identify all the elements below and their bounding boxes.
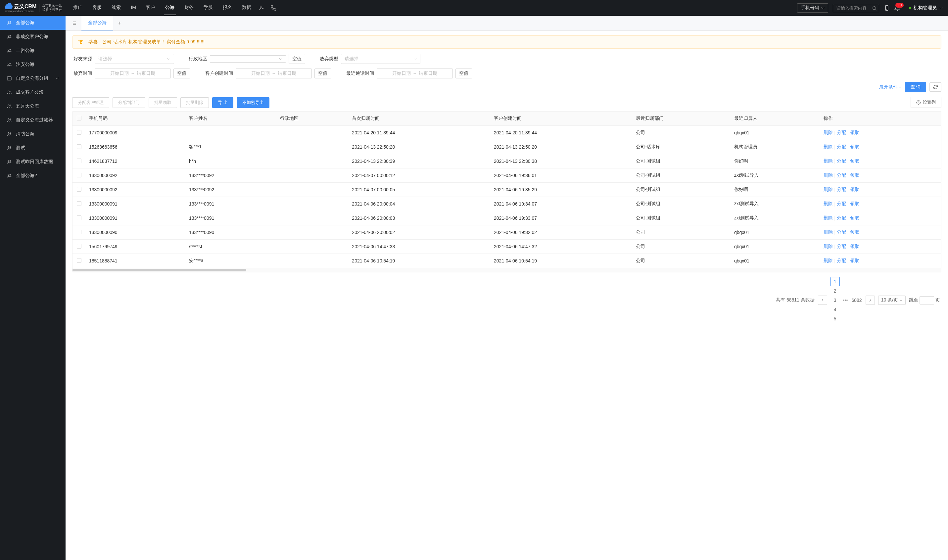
sidebar-item[interactable]: 全部公海2 <box>0 169 66 183</box>
row-delete-link[interactable]: 删除 <box>823 229 833 235</box>
select-region[interactable] <box>210 55 286 63</box>
row-checkbox[interactable] <box>77 158 82 163</box>
tab-list-icon[interactable] <box>69 17 80 29</box>
sidebar-item[interactable]: 测试昨日回库数据 <box>0 155 66 169</box>
page-next[interactable] <box>866 295 875 305</box>
user-menu[interactable]: 机构管理员 <box>905 5 943 11</box>
page-number[interactable]: 3 <box>831 295 840 305</box>
create-time-empty-button[interactable]: 空值 <box>314 69 331 78</box>
phone-icon[interactable] <box>271 5 276 11</box>
select-abandon-type[interactable]: 请选择 <box>341 54 420 64</box>
page-size-select[interactable]: 10 条/页 <box>878 295 906 305</box>
row-checkbox[interactable] <box>77 173 82 177</box>
top-nav-item[interactable]: 客服 <box>91 1 103 15</box>
row-delete-link[interactable]: 删除 <box>823 201 833 207</box>
row-assign-link[interactable]: 分配 <box>837 215 846 221</box>
row-assign-link[interactable]: 分配 <box>837 258 846 264</box>
page-number[interactable]: 4 <box>831 305 840 314</box>
row-delete-link[interactable]: 删除 <box>823 187 833 192</box>
row-assign-link[interactable]: 分配 <box>837 158 846 164</box>
call-time-empty-button[interactable]: 空值 <box>456 69 472 78</box>
region-empty-button[interactable]: 空值 <box>289 54 305 64</box>
sidebar-item[interactable]: 非成交客户公海 <box>0 30 66 44</box>
row-claim-link[interactable]: 领取 <box>850 201 859 207</box>
row-assign-link[interactable]: 分配 <box>837 144 846 150</box>
scrollbar-thumb[interactable] <box>72 269 246 271</box>
page-prev[interactable] <box>818 295 827 305</box>
row-claim-link[interactable]: 领取 <box>850 172 859 178</box>
date-range-call[interactable]: 开始日期~结束日期 <box>377 69 453 78</box>
refresh-button[interactable] <box>930 82 941 92</box>
export-button[interactable]: 导 出 <box>212 97 233 108</box>
abandon-time-empty-button[interactable]: 空值 <box>174 69 190 78</box>
row-claim-link[interactable]: 领取 <box>850 258 859 264</box>
assign-manager-button[interactable]: 分配客户经理 <box>72 97 109 108</box>
select-all-checkbox[interactable] <box>77 116 82 120</box>
page-ellipsis[interactable]: ••• <box>843 297 848 303</box>
sidebar-item[interactable]: 注安公海 <box>0 58 66 71</box>
row-delete-link[interactable]: 删除 <box>823 215 833 221</box>
query-button[interactable]: 查 询 <box>905 82 926 92</box>
row-claim-link[interactable]: 领取 <box>850 244 859 249</box>
batch-claim-button[interactable]: 批量领取 <box>149 97 177 108</box>
page-number[interactable]: 2 <box>831 286 840 295</box>
search-icon[interactable] <box>872 6 877 11</box>
tab-add-button[interactable]: + <box>113 17 125 29</box>
row-checkbox[interactable] <box>77 215 82 220</box>
add-user-icon[interactable] <box>259 5 265 11</box>
row-checkbox[interactable] <box>77 144 82 149</box>
row-delete-link[interactable]: 删除 <box>823 158 833 164</box>
batch-delete-button[interactable]: 批量删除 <box>180 97 209 108</box>
row-delete-link[interactable]: 删除 <box>823 244 833 249</box>
expand-filters-link[interactable]: 展开条件 <box>879 84 902 90</box>
row-assign-link[interactable]: 分配 <box>837 229 846 235</box>
top-nav-item[interactable]: 公海 <box>164 1 176 15</box>
row-delete-link[interactable]: 删除 <box>823 258 833 264</box>
page-jump-input[interactable] <box>920 296 934 305</box>
row-checkbox[interactable] <box>77 244 82 249</box>
export-plain-button[interactable]: 不加密导出 <box>237 97 269 108</box>
page-number[interactable]: 1 <box>831 277 840 286</box>
row-delete-link[interactable]: 删除 <box>823 172 833 178</box>
top-nav-item[interactable]: 数据 <box>241 1 252 15</box>
row-claim-link[interactable]: 领取 <box>850 187 859 192</box>
row-delete-link[interactable]: 删除 <box>823 144 833 150</box>
row-checkbox[interactable] <box>77 187 82 192</box>
page-last[interactable]: 6882 <box>851 295 862 305</box>
row-claim-link[interactable]: 领取 <box>850 130 859 136</box>
row-checkbox[interactable] <box>77 201 82 206</box>
sidebar-item[interactable]: 全部公海 <box>0 16 66 30</box>
row-assign-link[interactable]: 分配 <box>837 244 846 249</box>
sidebar-item[interactable]: 消防公海 <box>0 127 66 141</box>
row-claim-link[interactable]: 领取 <box>850 158 859 164</box>
row-claim-link[interactable]: 领取 <box>850 215 859 221</box>
row-checkbox[interactable] <box>77 130 82 135</box>
set-columns-button[interactable]: 设置列 <box>911 97 941 108</box>
top-nav-item[interactable]: 线索 <box>110 1 122 15</box>
sidebar-item[interactable]: 自定义公海过滤器 <box>0 113 66 127</box>
top-nav-item[interactable]: IM <box>129 1 137 15</box>
row-claim-link[interactable]: 领取 <box>850 144 859 150</box>
date-range-abandon[interactable]: 开始日期~结束日期 <box>95 69 171 78</box>
row-assign-link[interactable]: 分配 <box>837 201 846 207</box>
row-delete-link[interactable]: 删除 <box>823 130 833 136</box>
sidebar-item[interactable]: 自定义公海分组 <box>0 71 66 85</box>
top-nav-item[interactable]: 推广 <box>72 1 84 15</box>
sidebar-item[interactable]: 二咨公海 <box>0 44 66 58</box>
select-friend-source[interactable]: 请选择 <box>95 54 174 64</box>
top-nav-item[interactable]: 财务 <box>183 1 195 15</box>
sidebar-item[interactable]: 成交客户公海 <box>0 85 66 99</box>
mobile-icon[interactable] <box>884 5 890 11</box>
row-assign-link[interactable]: 分配 <box>837 187 846 192</box>
row-checkbox[interactable] <box>77 258 82 263</box>
row-checkbox[interactable] <box>77 230 82 234</box>
date-range-create[interactable]: 开始日期~结束日期 <box>235 69 312 78</box>
sidebar-item[interactable]: 五月天公海 <box>0 99 66 113</box>
search-type-select[interactable]: 手机号码 <box>797 3 828 12</box>
assign-dept-button[interactable]: 分配到部门 <box>112 97 145 108</box>
horizontal-scrollbar[interactable] <box>72 268 941 272</box>
sidebar-item[interactable]: 测试 <box>0 141 66 155</box>
row-assign-link[interactable]: 分配 <box>837 130 846 136</box>
top-nav-item[interactable]: 客户 <box>145 1 157 15</box>
row-claim-link[interactable]: 领取 <box>850 229 859 235</box>
